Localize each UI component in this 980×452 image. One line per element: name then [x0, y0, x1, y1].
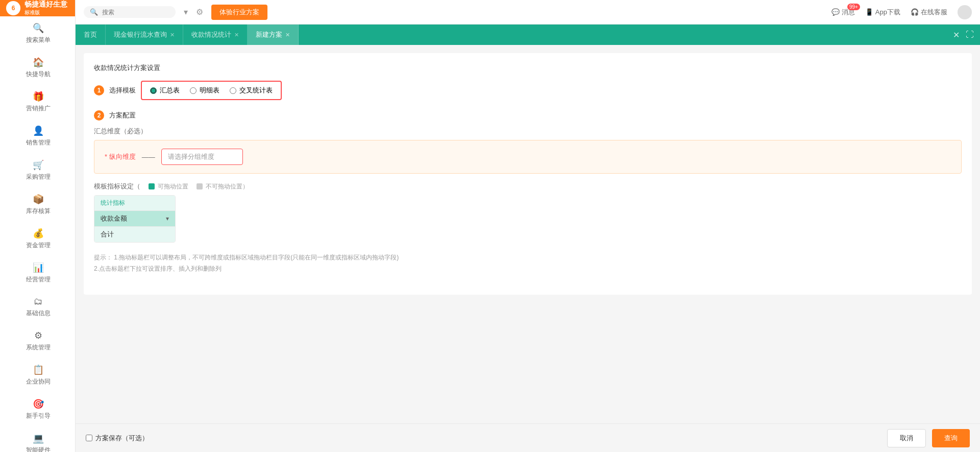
page-title: 收款情况统计方案设置: [94, 63, 962, 73]
tip-line-2: 2.点击标题栏下拉可设置排序、插入列和删除列: [94, 264, 962, 275]
tips-section: 提示： 1.拖动标题栏可以调整布局，不可跨维度或指标区域拖动栏目字段(只能在同一…: [94, 252, 962, 274]
step1-section: 1 选择模板 汇总表 明细表 交叉统计表: [94, 81, 962, 100]
logo-icon: 6: [6, 1, 20, 15]
tab-expand-icon[interactable]: ⛶: [966, 30, 974, 39]
sidebar-item-system[interactable]: ⚙ 系统管理: [0, 324, 75, 358]
message-badge: 99+: [847, 4, 860, 10]
tab-home-label: 首页: [84, 30, 97, 39]
drag-hint-non-draggable: 不可拖动位置）: [197, 182, 249, 191]
sidebar-item-guide[interactable]: 🎯 新手引导: [0, 392, 75, 426]
sidebar-item-label: 基础信息: [26, 309, 51, 318]
save-option-checkbox[interactable]: [86, 435, 92, 441]
tip-text-1: 提示： 1.拖动标题栏可以调整布局，不可跨维度或指标区域拖动栏目字段(只能在同一…: [94, 252, 399, 264]
tab-new-plan[interactable]: 新建方案 ✕: [248, 25, 299, 45]
message-icon: 💬: [831, 8, 840, 16]
dimension-row-label: * 纵向维度: [105, 152, 136, 161]
radio-summary-input[interactable]: [150, 87, 157, 94]
sidebar-item-label: 资金管理: [26, 241, 51, 250]
sidebar-item-label: 营销推广: [26, 104, 51, 113]
operations-icon: 📊: [33, 262, 44, 273]
tab-collection-stats[interactable]: 收款情况统计 ✕: [183, 25, 248, 45]
radio-detail[interactable]: 明细表: [190, 86, 219, 95]
non-draggable-label: 不可拖动位置）: [206, 182, 249, 191]
industry-btn[interactable]: 体验行业方案: [211, 5, 267, 20]
radio-cross-input[interactable]: [230, 87, 236, 94]
config-section: 汇总维度（必选） * 纵向维度 —— 请选择分组维度 模板指标设定（: [94, 127, 962, 274]
tab-new-plan-close[interactable]: ✕: [285, 32, 290, 38]
cancel-button[interactable]: 取消: [887, 429, 926, 447]
purchase-icon: 🛒: [33, 159, 44, 171]
metrics-cell-chevron-icon[interactable]: ▾: [166, 215, 169, 222]
radio-cross-label: 交叉统计表: [239, 86, 273, 95]
sidebar-item-search-menu[interactable]: 🔍 搜索菜单: [0, 16, 75, 51]
dropdown-icon[interactable]: ▾: [184, 7, 188, 17]
tab-bank-flow-label: 现金银行流水查询: [114, 30, 167, 39]
search-box[interactable]: 🔍: [84, 6, 176, 18]
system-icon: ⚙: [34, 330, 42, 341]
app-edition: 标准版: [24, 9, 67, 16]
tab-collection-stats-close[interactable]: ✕: [234, 32, 239, 38]
main-content: 收款情况统计方案设置 1 选择模板 汇总表 明细表: [76, 45, 980, 452]
tab-collection-stats-label: 收款情况统计: [191, 30, 231, 39]
sidebar-item-sales[interactable]: 👤 销售管理: [0, 119, 75, 153]
search-menu-icon: 🔍: [33, 22, 44, 34]
tabbar: 首页 现金银行流水查询 ✕ 收款情况统计 ✕ 新建方案 ✕ ✕ ⛶: [76, 25, 980, 45]
sidebar-item-label: 快捷导航: [26, 70, 51, 79]
radio-summary[interactable]: 汇总表: [150, 86, 180, 95]
radio-cross[interactable]: 交叉统计表: [230, 86, 273, 95]
tab-home[interactable]: 首页: [76, 25, 106, 45]
app-download-item[interactable]: 📱 App下载: [865, 8, 900, 17]
dimension-row: * 纵向维度 —— 请选择分组维度: [105, 149, 951, 165]
dimension-arrow: ——: [142, 153, 155, 161]
non-draggable-badge-icon: [197, 183, 203, 189]
app-name: 畅捷通好生意: [24, 0, 67, 9]
tip-line-1: 提示： 1.拖动标题栏可以调整布局，不可跨维度或指标区域拖动栏目字段(只能在同一…: [94, 252, 962, 264]
tab-bank-flow[interactable]: 现金银行流水查询 ✕: [106, 25, 183, 45]
user-avatar[interactable]: [958, 5, 972, 19]
bottom-actions: 取消 查询: [887, 429, 970, 447]
sidebar-item-enterprise[interactable]: 📋 企业协同: [0, 358, 75, 392]
dimension-select[interactable]: 请选择分组维度: [161, 149, 243, 165]
step2-header: 2 方案配置: [94, 110, 962, 121]
tab-bank-flow-close[interactable]: ✕: [170, 32, 175, 38]
topbar: 🔍 ▾ ⚙ 体验行业方案 💬 消息 99+ 📱 App下载 🎧 在线客服: [76, 0, 980, 25]
step2-section: 2 方案配置 汇总维度（必选） * 纵向维度 —— 请选择分组维度: [94, 110, 962, 274]
sidebar-item-smart-hw[interactable]: 💻 智能硬件: [0, 426, 75, 452]
search-input[interactable]: [102, 9, 168, 16]
draggable-badge-icon: [149, 183, 155, 189]
draggable-label: 可拖动位置: [158, 182, 188, 191]
metrics-table: 统计指标 收款金额 ▾ 合计: [94, 195, 176, 243]
step2-title: 方案配置: [109, 111, 136, 120]
marketing-icon: 🎁: [33, 91, 44, 102]
sidebar-item-label: 企业协同: [26, 377, 51, 386]
sidebar-item-basic-info[interactable]: 🗂 基础信息: [0, 290, 75, 324]
online-support-item[interactable]: 🎧 在线客服: [911, 8, 947, 17]
guide-icon: 🎯: [33, 398, 44, 410]
gear-icon[interactable]: ⚙: [196, 7, 203, 17]
tabbar-actions: ✕ ⛶: [947, 25, 980, 45]
quick-nav-icon: 🏠: [33, 57, 44, 68]
sidebar-item-quick-nav[interactable]: 🏠 快捷导航: [0, 51, 75, 85]
online-support-label: 在线客服: [921, 8, 947, 17]
metrics-section: 模板指标设定（ 可拖动位置 不可拖动位置） 统计指标 收: [94, 182, 962, 244]
app-download-icon: 📱: [865, 8, 873, 16]
dimension-subtitle: 汇总维度（必选）: [94, 127, 962, 136]
sidebar-item-inventory[interactable]: 📦 库存核算: [0, 187, 75, 222]
step1-header: 1 选择模板 汇总表 明细表 交叉统计表: [94, 81, 962, 100]
metrics-cell-amount-label: 收款金额: [101, 214, 127, 223]
metrics-cell-amount[interactable]: 收款金额 ▾: [94, 211, 175, 227]
tab-close-all-icon[interactable]: ✕: [953, 30, 960, 40]
confirm-button[interactable]: 查询: [932, 429, 970, 447]
sidebar-item-marketing[interactable]: 🎁 营销推广: [0, 85, 75, 119]
save-option[interactable]: 方案保存（可选）: [86, 434, 149, 443]
topbar-right: 💬 消息 99+ 📱 App下载 🎧 在线客服: [831, 5, 972, 19]
tab-new-plan-label: 新建方案: [256, 30, 282, 39]
tip-text-2: 2.点击标题栏下拉可设置排序、插入列和删除列: [94, 264, 222, 275]
radio-detail-input[interactable]: [190, 87, 197, 94]
sidebar-item-purchase[interactable]: 🛒 采购管理: [0, 153, 75, 187]
sidebar-item-label: 经营管理: [26, 275, 51, 284]
sidebar-item-finance[interactable]: 💰 资金管理: [0, 222, 75, 256]
message-item[interactable]: 💬 消息 99+: [831, 8, 855, 17]
sidebar-item-operations[interactable]: 📊 经营管理: [0, 256, 75, 290]
sidebar-item-label: 系统管理: [26, 343, 51, 352]
